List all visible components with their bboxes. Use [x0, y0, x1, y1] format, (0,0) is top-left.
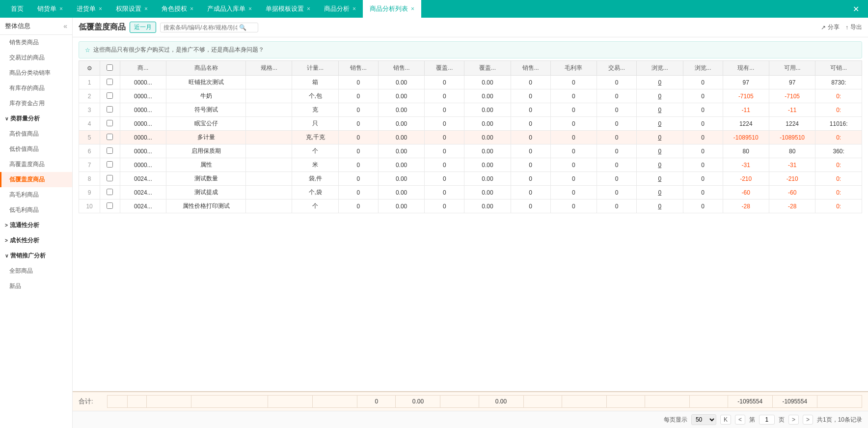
row-checkbox[interactable]: [107, 92, 113, 99]
nav-tab-purchase[interactable]: 进货单 ×: [70, 0, 109, 18]
col-unit[interactable]: 计量...: [292, 61, 338, 76]
col-name[interactable]: 商品名称: [166, 61, 246, 76]
col-spec[interactable]: 规格...: [246, 61, 292, 76]
nav-tab-roles[interactable]: 角色授权 ×: [155, 0, 200, 18]
row-checkbox[interactable]: [107, 79, 113, 85]
total-label: 合计:: [79, 397, 93, 406]
col-trade[interactable]: 交易...: [597, 61, 637, 76]
share-icon: ↗: [821, 24, 826, 31]
col-browse-b[interactable]: 浏览...: [683, 61, 723, 76]
col-sales-c[interactable]: 销售...: [511, 61, 550, 76]
close-tab-purchase[interactable]: ×: [99, 5, 102, 12]
total-sales-amt: 0.00: [396, 396, 440, 408]
sidebar-item-stock-capital[interactable]: 库存资金占用: [0, 96, 72, 111]
nav-tab-home[interactable]: 首页: [4, 0, 30, 18]
sidebar-item-new-goods[interactable]: 新品: [0, 279, 72, 294]
expand-icon-marketing: ∨: [5, 253, 8, 258]
expand-icon-growth: >: [5, 238, 8, 243]
col-cover-b[interactable]: 覆盖...: [464, 61, 511, 76]
nav-tab-analysis-list[interactable]: 商品分析列表 ×: [363, 0, 421, 18]
close-tab-roles[interactable]: ×: [190, 5, 193, 12]
sidebar-item-sales-goods[interactable]: 销售类商品: [0, 35, 72, 50]
nav-tab-sales[interactable]: 销货单 ×: [30, 0, 70, 18]
row-checkbox[interactable]: [107, 175, 113, 181]
row-checkbox[interactable]: [107, 134, 113, 140]
main-layout: 整体信息 « 销售类商品 交易过的商品 商品分类动销率 有库存的商品 库存资金占…: [0, 18, 868, 428]
col-code[interactable]: 商...: [120, 61, 166, 76]
row-checkbox[interactable]: [107, 202, 113, 209]
table-row: 100024...属性价格打印测试个00.0000.0000000-28-280…: [79, 200, 862, 213]
sidebar-item-traded-goods[interactable]: 交易过的商品: [0, 50, 72, 65]
sidebar-item-stocked-goods[interactable]: 有库存的商品: [0, 81, 72, 96]
table-row: 90024...测试提成个,袋00.0000.0000000-60-600:: [79, 186, 862, 200]
col-cover-a[interactable]: 覆盖...: [425, 61, 464, 76]
row-checkbox[interactable]: [107, 147, 113, 154]
next-page-btn[interactable]: >: [788, 415, 799, 425]
window-close-btn[interactable]: ✕: [848, 4, 864, 14]
close-tab-permissions[interactable]: ×: [144, 5, 148, 12]
col-gross[interactable]: 毛利率: [550, 61, 597, 76]
col-stock[interactable]: 现有...: [723, 61, 769, 76]
page-title: 低覆盖度商品: [79, 22, 126, 32]
nav-tab-template[interactable]: 单据模板设置 ×: [259, 0, 317, 18]
row-checkbox[interactable]: [107, 106, 113, 113]
sidebar-section-group-analysis[interactable]: ∨ 类群量分析: [0, 111, 72, 126]
pagination-bar: 每页显示 50 20 100 200 K < 第 页 > > 共1页，10条记录: [73, 411, 868, 428]
sidebar-item-low-margin[interactable]: 低毛利商品: [0, 202, 72, 218]
col-checkbox[interactable]: [100, 61, 120, 76]
page-label: 第: [749, 416, 755, 424]
row-checkbox[interactable]: [107, 189, 113, 195]
table-row: 50000...多计量克,千克00.0000.0000000-1089510-1…: [79, 131, 862, 144]
sidebar-item-high-value[interactable]: 高价值商品: [0, 126, 72, 142]
col-browse-a[interactable]: 浏览...: [637, 61, 683, 76]
content-area: 低覆盖度商品 近一月 🔍 ↗ 分享 ↑ 导出 ☆ 这些商品只有很少客户购买过，是…: [73, 18, 868, 428]
info-bar: ☆ 这些商品只有很少客户购买过，是推广不够，还是商品本身问题？: [79, 41, 862, 58]
sidebar-collapse-btn[interactable]: «: [63, 22, 67, 30]
sidebar-section-marketing[interactable]: ∨ 营销推广分析: [0, 248, 72, 263]
row-checkbox[interactable]: [107, 120, 113, 126]
sidebar-item-low-value[interactable]: 低价值商品: [0, 142, 72, 157]
col-saleable[interactable]: 可销...: [815, 61, 862, 76]
last-page-btn[interactable]: >: [803, 415, 813, 425]
col-sales-qty[interactable]: 销售...: [338, 61, 378, 76]
sidebar-header: 整体信息 «: [0, 18, 72, 35]
close-tab-analysis-list[interactable]: ×: [411, 5, 414, 12]
table-header-row: ⚙ 商... 商品名称 规格... 计量... 销售... 销售... 覆盖..…: [79, 61, 862, 76]
expand-icon: ∨: [5, 116, 8, 121]
page-number-input[interactable]: [759, 415, 775, 425]
sidebar-item-all-goods[interactable]: 全部商品: [0, 263, 72, 279]
page-size-label: 每页显示: [664, 416, 687, 424]
col-avail[interactable]: 可用...: [769, 61, 815, 76]
close-tab-template[interactable]: ×: [307, 5, 310, 12]
close-tab-sales[interactable]: ×: [59, 5, 63, 12]
nav-tab-permissions[interactable]: 权限设置 ×: [109, 0, 155, 18]
col-settings[interactable]: ⚙: [79, 61, 100, 76]
table-row: 80024...测试数量袋,件00.0000.0000000-210-2100:: [79, 172, 862, 186]
search-icon[interactable]: 🔍: [239, 24, 246, 31]
export-btn[interactable]: ↑ 导出: [845, 23, 862, 31]
search-input[interactable]: [163, 24, 237, 31]
nav-tab-product-entry[interactable]: 产成品入库单 ×: [200, 0, 259, 18]
table-footer: 合计: 0 0.00 0.00: [73, 391, 868, 411]
prev-page-btn[interactable]: <: [735, 415, 745, 425]
row-checkbox[interactable]: [107, 161, 113, 168]
sidebar-item-high-coverage[interactable]: 高覆盖度商品: [0, 157, 72, 172]
nav-tab-analysis[interactable]: 商品分析 ×: [317, 0, 363, 18]
filter-btn[interactable]: 近一月: [130, 22, 156, 33]
sidebar-item-low-coverage[interactable]: 低覆盖度商品: [0, 172, 72, 187]
select-all-checkbox[interactable]: [107, 64, 113, 71]
top-nav: 首页 销货单 × 进货单 × 权限设置 × 角色授权 × 产成品入库单 × 单据…: [0, 0, 868, 18]
sidebar: 整体信息 « 销售类商品 交易过的商品 商品分类动销率 有库存的商品 库存资金占…: [0, 18, 73, 428]
share-btn[interactable]: ↗ 分享: [821, 23, 840, 31]
close-tab-product-entry[interactable]: ×: [248, 5, 252, 12]
first-page-btn[interactable]: K: [720, 415, 731, 425]
sidebar-section-liquidity[interactable]: > 流通性分析: [0, 218, 72, 233]
close-tab-analysis[interactable]: ×: [353, 5, 356, 12]
table-row: 70000...属性米00.0000.0000000-31-310:: [79, 158, 862, 172]
page-size-select[interactable]: 50 20 100 200: [691, 414, 716, 425]
header-actions: ↗ 分享 ↑ 导出: [821, 23, 862, 31]
sidebar-section-growth[interactable]: > 成长性分析: [0, 233, 72, 248]
col-sales-amt[interactable]: 销售...: [378, 61, 424, 76]
sidebar-item-high-margin[interactable]: 高毛利商品: [0, 187, 72, 202]
sidebar-item-category-rate[interactable]: 商品分类动销率: [0, 65, 72, 81]
